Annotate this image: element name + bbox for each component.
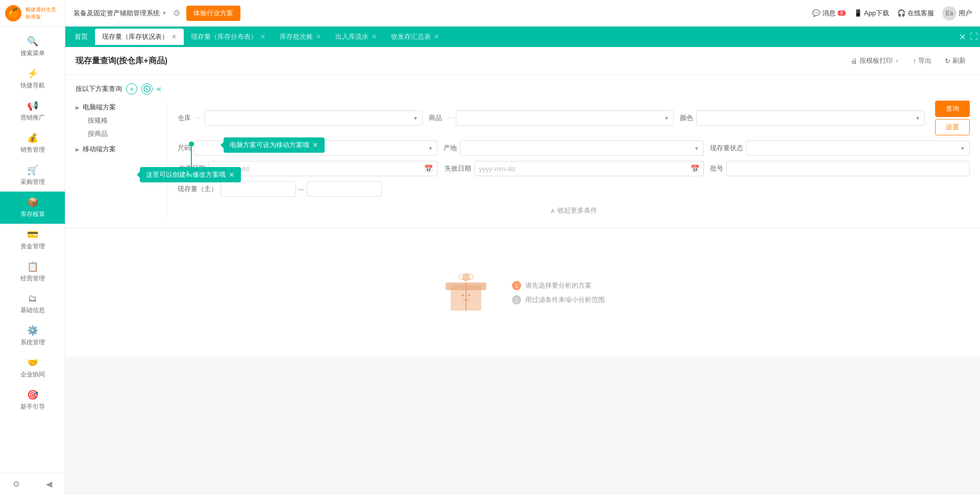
- sidebar-item-management[interactable]: 📋 经营管理: [0, 256, 65, 288]
- tab-home[interactable]: 首页: [67, 29, 95, 45]
- tab-batch-close[interactable]: ✕: [316, 33, 321, 40]
- print-btn[interactable]: 🖨 按模板打印 ▼: [847, 54, 904, 67]
- expiry-date-label: 失效日期: [444, 164, 474, 173]
- tab-batch[interactable]: 库存批次账 ✕: [273, 29, 328, 45]
- tab-inventory-dist-label: 现存量（库存分布表）: [191, 32, 257, 41]
- sidebar-item-cooperation[interactable]: 🤝 企业协同: [0, 352, 65, 384]
- scheme-pc[interactable]: ▶ 电脑端方案: [76, 101, 161, 114]
- tab-batch-label: 库存批次账: [280, 32, 313, 41]
- step-2-num: 2: [512, 295, 521, 304]
- sidebar-nav: 🔍 搜索菜单 ⚡ 快捷导航 📢 营销推广 💰 销售管理 🛒 采购管理 📦 库存核…: [0, 27, 65, 473]
- phone-icon: 📱: [854, 9, 862, 17]
- logo-line2: 标准版: [26, 13, 56, 20]
- sidebar-item-basic[interactable]: 🗂 基础信息: [0, 288, 65, 320]
- online-service-btn[interactable]: 🎧 在线客服: [897, 9, 934, 18]
- sidebar-item-nav[interactable]: ⚡ 快捷导航: [0, 63, 65, 95]
- page-title: 现存量查询(按仓库+商品): [76, 56, 167, 66]
- management-icon: 📋: [27, 261, 38, 272]
- sidebar-item-purchase[interactable]: 🛒 采购管理: [0, 159, 65, 192]
- svg-text:✎: ✎: [145, 87, 149, 92]
- filter-stock-main: 现存量（主） —: [178, 181, 382, 197]
- filter-batch: 批号: [710, 161, 970, 176]
- scheme-pc-spec[interactable]: 按规格: [76, 114, 161, 127]
- print-arrow-icon: ▼: [895, 58, 900, 64]
- stock-range-sep: —: [298, 185, 305, 193]
- tooltip-edit-close[interactable]: ✕: [229, 171, 235, 179]
- filter-origin: 产地 ▼: [444, 140, 703, 156]
- message-icon: 💬: [812, 9, 820, 17]
- export-icon: ↑: [913, 57, 917, 65]
- filter-warehouse: 仓库 ··· ▼: [178, 110, 423, 126]
- topbar-settings-icon[interactable]: ⚙: [173, 8, 180, 18]
- warehouse-select-arrow: ▼: [413, 115, 418, 121]
- warehouse-select[interactable]: ▼: [205, 110, 423, 126]
- sidebar-item-sales[interactable]: 💰 销售管理: [0, 127, 65, 159]
- tab-close-all-btn[interactable]: ✕: [959, 32, 966, 42]
- step-1-num: 1: [512, 281, 521, 290]
- color-select[interactable]: ▼: [696, 110, 925, 126]
- goods-label: 商品: [429, 113, 445, 123]
- sidebar-item-guide[interactable]: 🎯 新手引导: [0, 384, 65, 416]
- sidebar-item-finance-label: 资金管理: [20, 242, 45, 251]
- tooltip-pc: 电脑方案可设为移动方案哦 ✕: [224, 137, 325, 153]
- scheme-pc-goods[interactable]: 按商品: [76, 127, 161, 140]
- size-select-arrow: ▼: [428, 146, 433, 151]
- cooperation-icon: 🤝: [27, 357, 38, 368]
- origin-select-arrow: ▼: [694, 146, 699, 151]
- goods-select[interactable]: ▼: [456, 110, 674, 126]
- origin-select[interactable]: ▼: [460, 140, 703, 156]
- system-title-select[interactable]: 装备及固定资产辅助管理系统 ▼: [74, 9, 167, 18]
- stock-main-from[interactable]: [220, 181, 296, 197]
- warehouse-label: 仓库: [178, 113, 194, 123]
- settings-footer-btn[interactable]: ⚙: [13, 479, 20, 489]
- filter-edit-btn[interactable]: ✎: [141, 83, 153, 95]
- user-area[interactable]: Ea 用户: [942, 6, 972, 20]
- filter-back-btn[interactable]: «: [157, 84, 161, 93]
- sidebar-item-system-label: 系统管理: [20, 338, 45, 347]
- tab-home-label: 首页: [75, 32, 88, 41]
- tabbar: 首页 现存量（库存状况表） ✕ 现存量（库存分布表） ✕ 库存批次账 ✕ 出入库…: [65, 27, 980, 47]
- collapse-btn[interactable]: ∧ 收起更多条件: [178, 202, 970, 219]
- collapse-label: 收起更多条件: [557, 206, 597, 215]
- sidebar-item-inventory[interactable]: 📦 库存核算: [0, 192, 65, 224]
- tooltip-pc-text: 电脑方案可设为移动方案哦: [230, 140, 309, 150]
- tooltip-pc-close[interactable]: ✕: [312, 141, 318, 149]
- export-btn[interactable]: ↑ 导出: [909, 54, 936, 67]
- filter-expiry-date: 失效日期 yyyy-mm-dd 📅: [444, 161, 703, 176]
- batch-input[interactable]: [726, 161, 970, 176]
- tab-inventory-status-close[interactable]: ✕: [172, 33, 177, 40]
- tooltip-edit-text: 这里可以创建和修改方案哦: [146, 170, 226, 179]
- expiry-date-input[interactable]: yyyy-mm-dd 📅: [474, 161, 703, 176]
- query-btn[interactable]: 查询: [935, 101, 970, 117]
- avatar: Ea: [942, 6, 957, 20]
- reset-btn[interactable]: 设置: [935, 119, 970, 135]
- step-2-text: 用过滤条件来缩小分析范围: [525, 295, 605, 304]
- message-btn[interactable]: 💬 消息 8: [812, 9, 846, 18]
- tab-inventory-status[interactable]: 现存量（库存状况表） ✕: [95, 29, 184, 45]
- stock-status-select[interactable]: ▼: [746, 140, 970, 156]
- production-date-input[interactable]: yyyy-mm-dd 📅: [208, 161, 437, 176]
- filter-header-label: 按以下方案查询: [76, 84, 122, 93]
- tab-inout-flow[interactable]: 出入库流水 ✕: [328, 29, 384, 45]
- collapse-sidebar-btn[interactable]: ◀: [46, 479, 52, 489]
- warehouse-dots[interactable]: ···: [194, 113, 205, 123]
- sidebar-item-search[interactable]: 🔍 搜索菜单: [0, 31, 65, 63]
- trial-btn[interactable]: 体验行业方案: [186, 6, 240, 21]
- app-download-btn[interactable]: 📱 App下载: [854, 9, 889, 18]
- sidebar-item-finance[interactable]: 💳 资金管理: [0, 224, 65, 256]
- tab-inout-flow-close[interactable]: ✕: [372, 33, 377, 40]
- stock-main-to[interactable]: [307, 181, 382, 197]
- tab-inventory-dist[interactable]: 现存量（库存分布表） ✕: [184, 29, 273, 45]
- filter-add-btn[interactable]: +: [126, 83, 137, 95]
- sidebar-item-sales-label: 销售管理: [20, 146, 45, 154]
- tab-maximize-btn[interactable]: ⛶: [970, 32, 978, 41]
- goods-dots[interactable]: ···: [445, 113, 456, 123]
- sidebar-item-system[interactable]: ⚙️ 系统管理: [0, 320, 65, 352]
- tab-inventory-status-label: 现存量（库存状况表）: [102, 32, 168, 41]
- refresh-btn[interactable]: ↻ 刷新: [941, 54, 970, 67]
- sidebar-item-marketing[interactable]: 📢 营销推广: [0, 95, 65, 127]
- tab-inventory-dist-close[interactable]: ✕: [260, 33, 265, 40]
- tab-summary-close[interactable]: ✕: [434, 33, 439, 40]
- tab-summary[interactable]: 收发存汇总表 ✕: [384, 29, 446, 45]
- scheme-mobile[interactable]: ▶ 移动端方案: [76, 143, 161, 156]
